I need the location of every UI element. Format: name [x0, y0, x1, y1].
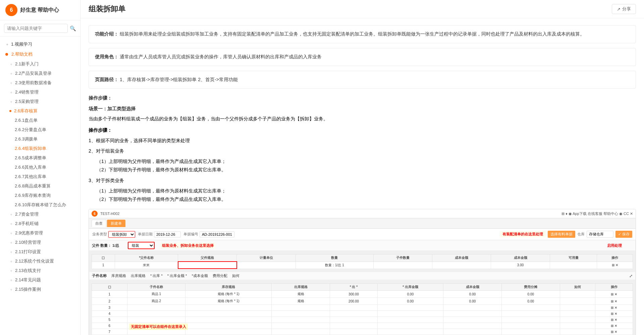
sidebar-item-2-6-3[interactable]: 2.6.3调拨单	[15, 134, 80, 144]
mock-col-avail: 可用量	[550, 255, 597, 262]
sidebar: 6 好生意 帮助中心 🔍 ＋ 1.视频学习 2.帮助文档 ＋ 2.1新手入门 ＋…	[0, 0, 80, 335]
mock-date-value: 2019-12-26	[154, 231, 181, 237]
ops-section: 操作步骤： 场景一：加工类型选择 当由多个子件材料组装成一个成品的业务为【组装】…	[89, 93, 636, 335]
step2-2: （2）下部明细为子件明细，最终作为原材料生成其它出库单。	[97, 166, 636, 174]
sidebar-item-2-1[interactable]: ＋ 2.1新手入门	[9, 59, 80, 69]
sidebar-item-2-6-5[interactable]: 2.6.5成本调整单	[15, 153, 80, 163]
mock-field-date: 单据日期 2019-12-26	[138, 231, 181, 237]
sidebar-section-2[interactable]: 2.帮助文档	[0, 49, 80, 59]
screenshot-image: 6 TEST-H002 ⊞ ♦ ◉ App下载 在线客服 帮助中心 ◉ CC ✕…	[89, 209, 636, 335]
sidebar-item-2-4[interactable]: ＋ 2.4销售管理	[9, 88, 80, 97]
content-area: 功能介绍： 组装拆卸单用来处理企业组装或拆卸等加工业务，支持有固定装配清单的产品…	[80, 18, 644, 335]
mock-org-select[interactable]: 组装	[128, 242, 155, 249]
mock-row-2: 2 商品 2 规格 (每件 * 1) 规格 200.00 0.00 0.00 0…	[92, 298, 633, 305]
scene1-ops: 操作步骤：	[89, 126, 636, 134]
mock-app-name: TEST-H002	[100, 212, 119, 216]
intro-text: 组装拆卸单用来处理企业组装或拆卸等加工业务，支持有固定装配清单的产品加工业务，也…	[120, 31, 585, 37]
sidebar-item-2-10[interactable]: ＋ 2.10经营管理	[9, 238, 80, 247]
sidebar-item-2-3[interactable]: ＋ 2.3使用前数据准备	[9, 78, 80, 88]
sidebar-item-2-15[interactable]: ＋ 2.15操作案例	[9, 285, 80, 294]
mock-top-icons: ⊞ ♦ ◉ App下载 在线客服 帮助中心 ◉ CC ✕	[561, 211, 633, 216]
page-title: 组装拆卸单	[89, 4, 125, 14]
mock-app: 6 TEST-H002 ⊞ ♦ ◉ App下载 在线客服 帮助中心 ◉ CC ✕…	[89, 209, 636, 335]
sidebar-item-2-6-7[interactable]: 2.6.7其他出库单	[15, 172, 80, 181]
expand-icon: ＋	[5, 42, 9, 47]
nav-tree: ＋ 1.视频学习 2.帮助文档 ＋ 2.1新手入门 ＋ 2.2产品安装及登录 ＋…	[0, 37, 80, 335]
ops-label: 操作步骤：	[89, 95, 636, 101]
mock-annotation-3: 组装业务、拆卸业务在这里选择	[161, 243, 215, 248]
app-title: 好生意 帮助中心	[20, 7, 59, 14]
sidebar-section-label: 2.帮助文档	[11, 51, 33, 57]
mock-sub-section-header: 子件名称 库房规格 出库规格 * 出库 * * 出库金额 * *成本金额 费用分…	[89, 272, 636, 280]
mock-billno-value: AD-20191226-001	[200, 231, 234, 237]
intro-label: 功能介绍：	[95, 31, 118, 37]
sidebar-sub-2: ＋ 2.1新手入门 ＋ 2.2产品安装及登录 ＋ 2.3使用前数据准备 ＋ 2.…	[0, 59, 80, 294]
sidebar-section-1[interactable]: ＋ 1.视频学习	[0, 39, 80, 49]
path-label: 页面路径：	[95, 77, 118, 82]
mock-lower-table-wrap: ☐ 子件名称 库存规格 出库规格 * 出 * * 出库金额 成本金额 费用分摊	[89, 282, 636, 335]
sidebar-item-2-9[interactable]: ＋ 2.9优惠券管理	[9, 228, 80, 238]
sidebar-item-2-2[interactable]: ＋ 2.2产品安装及登录	[9, 69, 80, 78]
search-box: 🔍	[0, 20, 80, 37]
mock-expand-icon: ⤢	[629, 274, 633, 278]
mock-logo: 6	[92, 211, 98, 217]
step1: 1、根据不同的业务，选择不同单据的类型来处理	[89, 136, 636, 145]
mock-cell-highlight	[178, 262, 237, 269]
step3-2: （2）下部明细为子件明细，最终作为产成品生成其它入库单。	[97, 195, 636, 204]
mock-select-btn[interactable]: 选择有料单据	[548, 231, 575, 238]
topbar: 组装拆卸单 ↗ 分享	[80, 0, 644, 18]
sidebar-item-2-6-10[interactable]: 2.6.10库存账本错了怎么办	[15, 200, 80, 210]
screenshot-container: 6 TEST-H002 ⊞ ♦ ◉ App下载 在线客服 帮助中心 ◉ CC ✕…	[89, 209, 636, 335]
mock-col-qty: 数量	[296, 255, 373, 262]
sidebar-item-2-6[interactable]: 2.6库存核算	[9, 106, 80, 116]
sidebar-item-2-14[interactable]: ＋ 2.14常见问题	[9, 275, 80, 285]
sidebar-item-2-6-4[interactable]: 2.6.4组装拆卸单	[15, 144, 80, 153]
sidebar-item-2-11[interactable]: ＋ 2.11打印设置	[9, 247, 80, 257]
sidebar-sub-2-6: 2.6.1盘点单 2.6.2分量盘点单 2.6.3调拨单 2.6.4组装拆卸单 …	[9, 116, 80, 210]
mock-row-1: 1 商品 1 规格 (每件 * 1) 规格 300.00 0.00 0.00 0…	[92, 291, 633, 298]
mock-warehouse: 存储仓库	[587, 231, 613, 238]
path-block: 页面路径： 1、库存核算->库存管理->组装拆卸单 2、首页->常用功能	[89, 71, 636, 89]
mock-save-btn[interactable]: ✓ 保存	[615, 231, 632, 238]
role-text: 通常由生产人员或库管人员完成拆装业务的操作，库管人员确认原材料的出库和产成品的入…	[120, 54, 322, 59]
mock-col-checkbox: ☐	[92, 255, 115, 262]
sidebar-item-2-8[interactable]: ＋ 2.8手机旺铺	[9, 219, 80, 228]
mock-annotation-4: 启用处理	[607, 243, 622, 248]
scene1-label: 场景一：加工类型选择	[89, 106, 636, 112]
role-label: 使用角色：	[95, 54, 118, 59]
mock-org-type: 组装	[128, 242, 155, 249]
sidebar-item-2-5[interactable]: ＋ 2.5采购管理	[9, 97, 80, 106]
mock-col-amount: 成本金额	[432, 255, 491, 262]
active-dot	[5, 53, 8, 56]
mock-annotation-5: 无固定清单可以在组件在这里录入	[129, 324, 188, 330]
step2-1: （1）上部明细为父件明细，最终作为产成品生成其它入库单；	[97, 157, 636, 166]
mock-tab-2: 新建单	[107, 220, 125, 227]
mock-row-5: 5⊞ ✕	[92, 317, 633, 323]
search-input[interactable]	[4, 24, 68, 33]
mock-type-select[interactable]: 组装拆卸	[108, 231, 135, 238]
sidebar-item-2-6-6[interactable]: 2.6.6其他入库单	[15, 163, 80, 172]
sidebar-item-2-6-8[interactable]: 2.6.8商品成本重算	[15, 181, 80, 191]
mock-tab-1: 自查	[92, 220, 106, 227]
search-icon[interactable]: 🔍	[70, 25, 76, 32]
mock-col-name: *父件名称	[115, 255, 178, 262]
sidebar-item-2-6-1[interactable]: 2.6.1盘点单	[15, 116, 80, 125]
sidebar-item-2-12[interactable]: ＋ 2.12系统个性化设置	[9, 257, 80, 266]
mock-titlebar: 6 TEST-H002 ⊞ ♦ ◉ App下载 在线客服 帮助中心 ◉ CC ✕	[89, 209, 636, 218]
sidebar-item-2-6-2[interactable]: 2.6.2分量盘点单	[15, 125, 80, 134]
sidebar-item-2-7[interactable]: ＋ 2.7资金管理	[9, 210, 80, 219]
scene1-desc: 当由多个子件材料组装成一个成品的业务为【组装】业务，当由一个父件拆分成多个子产品…	[89, 115, 636, 123]
mock-toolbar: 业务类型 组装拆卸 单据日期 2019-12-26 单据编号	[89, 229, 636, 240]
mock-section-title: 父件 数量： 1/总	[92, 243, 119, 248]
sidebar-header: 6 好生意 帮助中心	[0, 0, 80, 20]
main-content: 组装拆卸单 ↗ 分享 功能介绍： 组装拆卸单用来处理企业组装或拆卸等加工业务，支…	[80, 0, 644, 335]
mock-section-header: 父件 数量： 1/总 组装 组装业务、拆卸业务在这里选择 启用处理	[89, 240, 636, 251]
share-icon: ↗	[617, 7, 621, 12]
sidebar-item-2-13[interactable]: ＋ 2.13在线支付	[9, 266, 80, 275]
intro-block: 功能介绍： 组装拆卸单用来处理企业组装或拆卸等加工业务，支持有固定装配清单的产品…	[89, 25, 636, 43]
sidebar-item-2-6-9[interactable]: 2.6.9库存账本查询	[15, 191, 80, 200]
mock-right-actions: 有装配清单的在这里处理 选择有料单据 仓库 存储仓库 ✓ 保存	[500, 231, 632, 238]
mock-col-price: 子件数量	[374, 255, 432, 262]
mock-col-cost: 成本金额	[491, 255, 550, 262]
share-button[interactable]: ↗ 分享	[612, 4, 636, 14]
